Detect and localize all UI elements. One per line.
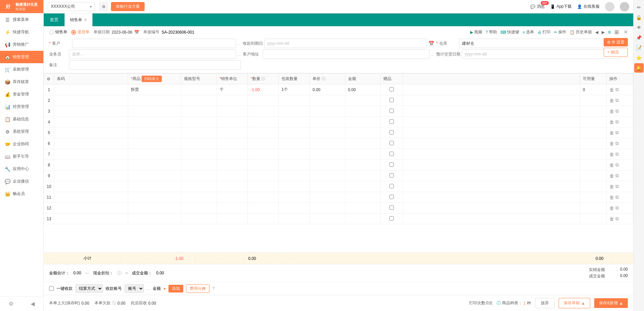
- row-spec[interactable]: [181, 138, 217, 149]
- view-list-btn[interactable]: ≡: [608, 29, 611, 35]
- row-unit[interactable]: [217, 203, 248, 213]
- payment-method-select[interactable]: 结算方式: [75, 284, 103, 293]
- row-price[interactable]: [310, 95, 345, 106]
- row-product[interactable]: [128, 127, 181, 138]
- row-product[interactable]: [128, 213, 181, 224]
- receipt-date-input[interactable]: [264, 39, 427, 48]
- delete-row-btn[interactable]: 🗑: [609, 205, 614, 211]
- row-pkgqty[interactable]: [279, 127, 310, 138]
- row-barcode[interactable]: [54, 138, 128, 149]
- row-unit[interactable]: [217, 181, 248, 192]
- row-qty[interactable]: [248, 106, 278, 117]
- row-spec[interactable]: [181, 117, 217, 127]
- app-download-btn[interactable]: 📱 App下载: [550, 4, 572, 9]
- tab-home[interactable]: 首页: [44, 13, 65, 26]
- row-amount[interactable]: [345, 181, 380, 192]
- sidebar-item-baseinfo[interactable]: 📋 基础信息: [0, 113, 43, 125]
- message-btn[interactable]: 💬 消息 99+: [530, 4, 545, 9]
- row-spec[interactable]: [181, 213, 217, 224]
- account-select[interactable]: 账号: [124, 284, 144, 293]
- row-qty[interactable]: [248, 213, 278, 224]
- copy-row-btn[interactable]: ⧉: [615, 98, 619, 103]
- row-gift[interactable]: [381, 138, 403, 149]
- sidebar-item-guide[interactable]: 📖 新手引导: [0, 150, 43, 163]
- expense-btn[interactable]: 费用分摊: [186, 284, 210, 293]
- row-pkgqty[interactable]: [279, 149, 310, 160]
- row-price[interactable]: [310, 160, 345, 170]
- row-barcode[interactable]: [54, 84, 128, 95]
- row-amount[interactable]: [345, 149, 380, 160]
- row-gift[interactable]: [381, 84, 403, 95]
- row-amount[interactable]: [345, 203, 380, 213]
- avatar2[interactable]: [620, 2, 629, 11]
- copy-row-btn[interactable]: ⧉: [615, 205, 619, 211]
- row-price[interactable]: [310, 149, 345, 160]
- row-product[interactable]: [128, 170, 181, 181]
- sidebar-item-marketing[interactable]: 📢 营销推广: [0, 38, 43, 51]
- copy-row-btn[interactable]: ⧉: [615, 151, 619, 157]
- row-amount[interactable]: [345, 95, 380, 106]
- sidebar-item-management[interactable]: 📊 经营管理: [0, 101, 43, 113]
- row-barcode[interactable]: [54, 127, 128, 138]
- payment-help-icon[interactable]: ?: [212, 286, 215, 291]
- row-gift[interactable]: [381, 127, 403, 138]
- row-unit[interactable]: [217, 138, 248, 149]
- history-btn[interactable]: 📋 历史单据: [570, 29, 592, 35]
- row-price[interactable]: [310, 213, 345, 224]
- expected-date-input[interactable]: [462, 49, 621, 59]
- row-spec[interactable]: [181, 95, 217, 106]
- row-product[interactable]: [128, 203, 181, 213]
- setup-btn[interactable]: ⚙ ⚙ 设置: [604, 38, 628, 46]
- row-unit[interactable]: [217, 117, 248, 127]
- row-gift[interactable]: [381, 203, 403, 213]
- row-price[interactable]: [310, 181, 345, 192]
- row-price[interactable]: [310, 138, 345, 149]
- row-unit[interactable]: [217, 160, 248, 170]
- copy-row-btn[interactable]: ⧉: [615, 119, 619, 125]
- abandon-btn[interactable]: 放弃: [535, 298, 555, 308]
- settings-bottom-btn[interactable]: ⚙: [6, 299, 16, 308]
- delete-row-btn[interactable]: 🗑: [609, 109, 614, 114]
- delete-row-btn[interactable]: 🗑: [609, 184, 614, 189]
- sidebar-item-finance[interactable]: 💰 资金管理: [0, 88, 43, 101]
- row-spec[interactable]: [181, 160, 217, 170]
- row-gift[interactable]: [381, 213, 403, 224]
- delete-row-btn[interactable]: 🗑: [609, 216, 614, 222]
- row-pkgqty[interactable]: [279, 117, 310, 127]
- row-barcode[interactable]: [54, 203, 128, 213]
- view-grid-btn[interactable]: ⊞: [614, 29, 619, 35]
- account-suffix-icon[interactable]: ...: [147, 286, 150, 291]
- row-qty[interactable]: [248, 160, 278, 170]
- row-unit[interactable]: [217, 170, 248, 181]
- sidebar-item-cooperation[interactable]: 🤝 企业协同: [0, 138, 43, 150]
- row-barcode[interactable]: [54, 192, 128, 203]
- row-spec[interactable]: [181, 170, 217, 181]
- row-pkgqty[interactable]: [279, 95, 310, 106]
- row-qty[interactable]: [248, 127, 278, 138]
- sidebar-item-search[interactable]: ☰ 搜索菜单: [0, 13, 43, 26]
- sidebar-item-inventory[interactable]: 📦 库存核算: [0, 76, 43, 88]
- sidebar-item-quicknav[interactable]: ⚡ 快捷导航: [0, 26, 43, 38]
- copy-row-btn[interactable]: ⧉: [615, 184, 619, 189]
- product-type-icon[interactable]: ⓘ: [497, 300, 501, 306]
- row-unit[interactable]: 个: [217, 84, 248, 95]
- row-pkgqty[interactable]: 1个: [279, 84, 310, 95]
- row-barcode[interactable]: [54, 106, 128, 117]
- row-unit[interactable]: [217, 213, 248, 224]
- row-qty[interactable]: [248, 95, 278, 106]
- row-product[interactable]: [128, 117, 181, 127]
- row-gift[interactable]: [381, 181, 403, 192]
- sidebar-item-sales[interactable]: 🏠 销售管理: [0, 51, 43, 63]
- avatar[interactable]: [605, 2, 614, 11]
- row-pkgqty[interactable]: [279, 181, 310, 192]
- delete-row-btn[interactable]: 🗑: [609, 119, 614, 125]
- copy-row-btn[interactable]: ⧉: [615, 108, 619, 114]
- right-panel-note-btn[interactable]: 📝: [634, 43, 644, 52]
- save-draft-btn[interactable]: 保存草稿 ▲: [559, 298, 590, 308]
- row-gift[interactable]: [381, 170, 403, 181]
- sidebar-item-purchase[interactable]: 🛒 采购管理: [0, 63, 43, 76]
- row-price[interactable]: [310, 170, 345, 181]
- row-barcode[interactable]: [54, 117, 128, 127]
- row-unit[interactable]: [217, 127, 248, 138]
- row-product[interactable]: 拆货: [128, 84, 181, 95]
